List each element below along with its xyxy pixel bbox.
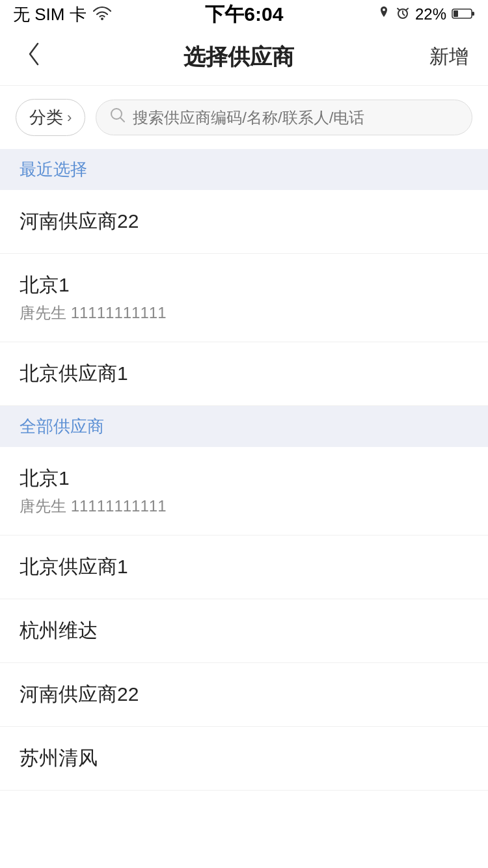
battery-text: 22% (415, 5, 446, 23)
nav-bar: 选择供应商 新增 (0, 29, 488, 86)
wifi-icon (93, 5, 111, 25)
list-item[interactable]: 北京供应商1 (0, 536, 488, 599)
all-section-header: 全部供应商 (0, 406, 488, 447)
all-section-label: 全部供应商 (20, 416, 104, 436)
item-sub: 唐先生 11111111111 (20, 496, 468, 517)
item-name: 北京1 (20, 272, 468, 299)
item-name: 杭州维达 (20, 617, 468, 644)
svg-rect-3 (472, 12, 474, 16)
status-left: 无 SIM 卡 (13, 3, 111, 26)
search-input[interactable] (133, 109, 459, 127)
search-box (96, 100, 472, 135)
item-name: 苏州清风 (20, 745, 468, 772)
status-bar: 无 SIM 卡 下午6:04 22% (0, 0, 488, 29)
list-item[interactable]: 河南供应商22 (0, 663, 488, 727)
item-name: 河南供应商22 (20, 208, 468, 235)
recent-section-label: 最近选择 (20, 159, 87, 179)
all-items-list: 北京1唐先生 11111111111北京供应商1杭州维达河南供应商22苏州清风 (0, 447, 488, 791)
add-button[interactable]: 新增 (429, 44, 468, 70)
filter-bar: 分类 › (0, 86, 488, 149)
item-name: 河南供应商22 (20, 681, 468, 708)
item-name: 北京供应商1 (20, 554, 468, 580)
list-item[interactable]: 苏州清风 (0, 727, 488, 791)
item-sub: 唐先生 11111111111 (20, 303, 468, 323)
list-item[interactable]: 北京1唐先生 11111111111 (0, 254, 488, 342)
battery-icon (452, 5, 475, 23)
list-item[interactable]: 杭州维达 (0, 599, 488, 663)
category-label: 分类 (29, 106, 63, 129)
recent-section-header: 最近选择 (0, 149, 488, 190)
list-item[interactable]: 河南供应商22 (0, 190, 488, 254)
page-title: 选择供应商 (183, 42, 294, 72)
alarm-icon (396, 5, 410, 23)
recent-items-list: 河南供应商22北京1唐先生 11111111111北京供应商1 (0, 190, 488, 406)
item-name: 北京1 (20, 465, 468, 492)
list-item[interactable]: 北京1唐先生 11111111111 (0, 447, 488, 536)
location-icon (377, 5, 390, 23)
back-button[interactable] (20, 34, 48, 79)
chevron-right-icon: › (67, 109, 72, 126)
svg-rect-2 (454, 10, 458, 17)
item-name: 北京供应商1 (20, 360, 468, 387)
status-time: 下午6:04 (205, 1, 283, 28)
status-right: 22% (377, 5, 475, 23)
search-icon (109, 107, 126, 128)
category-button[interactable]: 分类 › (16, 99, 85, 136)
list-item[interactable]: 北京供应商1 (0, 342, 488, 406)
no-sim-text: 无 SIM 卡 (13, 3, 87, 26)
